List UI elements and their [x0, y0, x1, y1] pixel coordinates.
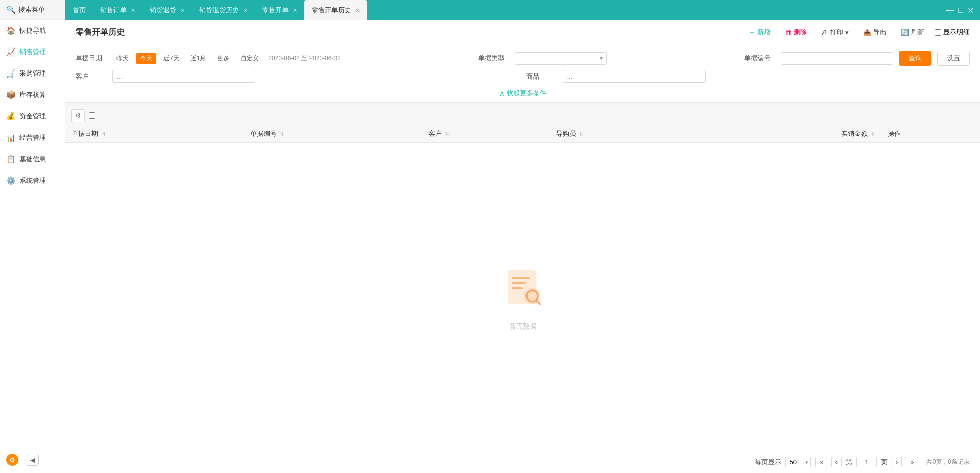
date-btn-last7[interactable]: 近7天: [159, 53, 183, 64]
settings-button[interactable]: 设置: [937, 51, 970, 66]
tab-retail-open-label: 零售开单: [262, 6, 289, 15]
maximize-icon[interactable]: □: [958, 6, 963, 15]
collapse-icon: ∧: [499, 90, 505, 97]
tab-sales-order[interactable]: 销售订单 ✕: [93, 0, 142, 20]
filter-area: 单据日期 昨天 今天 近7天 近1月 更多 自定义 2023-06-02 至 2…: [65, 44, 980, 103]
data-table: 单据日期 ⇅ 单据编号 ⇅ 客户 ⇅ 导购员 ⇅: [65, 125, 980, 143]
sidebar-item-label: 快捷导航: [19, 26, 46, 35]
page-size-select[interactable]: 50 100 200: [785, 457, 811, 467]
user-settings-icon[interactable]: ⚙: [6, 454, 18, 466]
tab-sales-return-history-label: 销货退货历史: [199, 6, 239, 15]
tab-retail-open[interactable]: 零售开单 ✕: [255, 0, 304, 20]
collapse-more-btn[interactable]: ∧ 收起更多条件: [76, 87, 970, 98]
sidebar-item-label: 采购管理: [19, 69, 46, 78]
add-button[interactable]: ＋ 新增: [745, 26, 775, 39]
print-button[interactable]: 🖨 打印 ▾: [817, 26, 853, 39]
tab-retail-history[interactable]: 零售开单历史 ✕: [304, 0, 367, 20]
show-detail-checkbox-wrapper[interactable]: 显示明细: [935, 28, 970, 37]
sidebar-item-label: 基础信息: [19, 155, 46, 164]
sort-no-icon[interactable]: ⇅: [280, 131, 284, 137]
print-dropdown-icon: ▾: [845, 29, 849, 36]
sidebar-item-finance[interactable]: 💰 资金管理: [0, 106, 65, 127]
goods-input[interactable]: ...: [563, 70, 706, 83]
date-btn-today[interactable]: 今天: [136, 53, 156, 64]
tab-sales-return-history[interactable]: 销货退货历史 ✕: [192, 0, 255, 20]
prev-page-button[interactable]: ‹: [831, 457, 842, 467]
cart-icon: 🛒: [6, 69, 15, 78]
money-icon: 💰: [6, 112, 15, 121]
settings-icon: ⚙️: [6, 176, 15, 185]
sidebar-item-label: 经营管理: [19, 133, 46, 142]
filter-row-1: 单据日期 昨天 今天 近7天 近1月 更多 自定义 2023-06-02 至 2…: [76, 51, 970, 66]
tab-home-label: 首页: [73, 6, 86, 15]
export-button[interactable]: 📤 导出: [859, 26, 891, 39]
col-ops-label: 操作: [888, 130, 901, 137]
next-page-button[interactable]: ›: [892, 457, 902, 467]
tab-retail-history-label: 零售开单历史: [312, 6, 351, 15]
sidebar-bottom: ⚙ ◀: [0, 446, 65, 473]
tab-retail-open-close[interactable]: ✕: [293, 7, 297, 14]
tab-home[interactable]: 首页: [65, 0, 93, 20]
col-guide-label: 导购员: [556, 130, 576, 137]
doc-icon: 📋: [6, 155, 15, 164]
col-customer-label: 客户: [428, 130, 442, 137]
sidebar-item-basic-info[interactable]: 📋 基础信息: [0, 148, 65, 170]
sort-amount-icon[interactable]: ⇅: [871, 131, 875, 137]
delete-button[interactable]: 🗑 删除: [781, 26, 811, 39]
sidebar-item-purchase-mgmt[interactable]: 🛒 采购管理: [0, 63, 65, 84]
last-page-button[interactable]: »: [906, 457, 918, 467]
date-btn-last1m[interactable]: 近1月: [186, 53, 210, 64]
refresh-icon: 🔄: [901, 29, 909, 36]
home-icon: 🏠: [6, 26, 15, 35]
header-actions: ＋ 新增 🗑 删除 🖨 打印 ▾ 📤 导出 🔄: [745, 26, 970, 39]
sidebar-search[interactable]: 🔍 搜索菜单: [0, 0, 65, 20]
sidebar-item-sys-mgmt[interactable]: ⚙️ 系统管理: [0, 170, 65, 191]
sidebar-item-label: 库存核算: [19, 90, 46, 99]
sidebar-item-sales-mgmt[interactable]: 📈 销售管理: [0, 41, 65, 63]
table-header-row: 单据日期 ⇅ 单据编号 ⇅ 客户 ⇅ 导购员 ⇅: [65, 125, 980, 143]
sidebar-item-label: 资金管理: [19, 112, 46, 121]
first-page-button[interactable]: «: [815, 457, 827, 467]
sidebar-collapse-button[interactable]: ◀: [27, 454, 39, 466]
sort-date-icon[interactable]: ⇅: [102, 131, 106, 137]
show-detail-label: 显示明细: [943, 28, 970, 37]
date-btn-more[interactable]: 更多: [213, 53, 233, 64]
sidebar-item-operations[interactable]: 📊 经营管理: [0, 127, 65, 148]
bar-chart-icon: 📊: [6, 133, 15, 142]
minimize-icon[interactable]: —: [946, 6, 954, 15]
doc-no-input[interactable]: [781, 52, 893, 65]
page-number-input[interactable]: [856, 457, 877, 467]
select-all-checkbox[interactable]: [89, 112, 95, 119]
refresh-button[interactable]: 🔄 刷新: [897, 26, 928, 39]
filter-row-2: 客户 ... 商品 ...: [76, 70, 970, 83]
doc-type-select[interactable]: [515, 52, 607, 65]
page-unit: 页: [881, 458, 888, 467]
page-title: 零售开单历史: [76, 27, 125, 38]
tab-sales-return-label: 销货退货: [150, 6, 176, 15]
doc-type-label: 单据类型: [478, 54, 509, 63]
box-icon: 📦: [6, 90, 15, 99]
customer-input[interactable]: ...: [112, 70, 255, 83]
date-btn-custom[interactable]: 自定义: [236, 53, 263, 64]
tab-sales-return-close[interactable]: ✕: [180, 7, 185, 14]
column-settings-btn[interactable]: ⚙: [71, 109, 85, 122]
sort-customer-icon[interactable]: ⇅: [445, 131, 449, 137]
sidebar-item-inventory[interactable]: 📦 库存核算: [0, 84, 65, 106]
main-area: 首页 销售订单 ✕ 销货退货 ✕ 销货退货历史 ✕ 零售开单 ✕ 零售开单历史 …: [65, 0, 980, 473]
chart-icon: 📈: [6, 47, 15, 57]
window-close-icon[interactable]: ✕: [967, 6, 974, 15]
empty-state: 暂无数据: [65, 143, 980, 451]
show-detail-checkbox[interactable]: [935, 29, 941, 36]
query-button[interactable]: 查询: [899, 51, 931, 66]
date-btn-yesterday[interactable]: 昨天: [112, 53, 133, 64]
gear-icon: ⚙: [75, 112, 81, 119]
refresh-label: 刷新: [911, 28, 924, 37]
sort-guide-icon[interactable]: ⇅: [579, 131, 583, 137]
search-icon: 🔍: [6, 5, 15, 14]
tab-sales-return[interactable]: 销货退货 ✕: [142, 0, 192, 20]
col-amount-label: 实销金额: [841, 130, 868, 137]
tab-retail-history-close[interactable]: ✕: [355, 7, 360, 14]
sidebar-item-quick-nav[interactable]: 🏠 快捷导航: [0, 20, 65, 41]
tab-sales-order-close[interactable]: ✕: [131, 7, 135, 14]
tab-sales-return-history-close[interactable]: ✕: [243, 7, 248, 14]
